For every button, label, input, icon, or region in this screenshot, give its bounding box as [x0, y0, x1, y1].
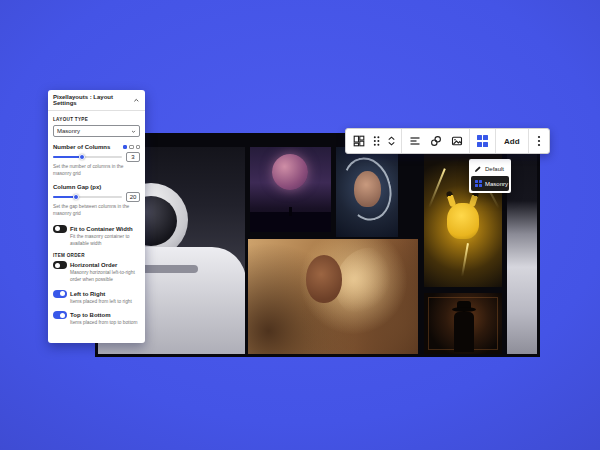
- masonry-grid-icon: [474, 180, 482, 188]
- gallery-image-space-helmet-woman[interactable]: [336, 147, 398, 237]
- chevron-up-icon: [133, 97, 140, 104]
- desktop-icon[interactable]: [123, 145, 128, 150]
- gallery-image-purple-planet[interactable]: [250, 147, 331, 232]
- toolbar-group-layout: [469, 129, 495, 153]
- lightning-shape: [428, 168, 446, 208]
- gallery-image-cowboy[interactable]: [424, 293, 502, 354]
- columns-value-input[interactable]: 3: [126, 152, 140, 162]
- masonry-block-icon[interactable]: [348, 130, 369, 152]
- fit-to-container-description: Fit the masonry container to available w…: [70, 234, 140, 247]
- gap-description: Set the gap between columns in the mason…: [53, 204, 140, 217]
- top-to-bottom-toggle[interactable]: [53, 311, 67, 319]
- alignment-icon[interactable]: [404, 130, 425, 152]
- block-toolbar: Add: [345, 128, 550, 154]
- layout-menu: Default Masonry: [469, 159, 511, 193]
- columns-slider[interactable]: [53, 153, 122, 161]
- fit-to-container-toggle[interactable]: [53, 225, 67, 233]
- add-button[interactable]: Add: [498, 130, 526, 152]
- layout-menu-item-label: Masonry: [485, 181, 508, 187]
- panel-body: LAYOUT TYPE Masonry Number of Columns 3 …: [48, 111, 145, 340]
- toolbar-group-more: [528, 129, 549, 153]
- slider-track: [53, 196, 122, 198]
- layout-menu-item-label: Default: [485, 166, 504, 172]
- layout-menu-item-default[interactable]: Default: [471, 161, 509, 176]
- responsive-device-icons: [123, 145, 141, 150]
- horizontal-order-description: Masonry horizontal left-to-right order w…: [70, 270, 140, 283]
- tablet-icon[interactable]: [129, 145, 134, 150]
- pikachu-body-shape: [447, 203, 479, 239]
- planet-figure-shape: [289, 207, 292, 216]
- layout-type-label: LAYOUT TYPE: [53, 117, 140, 122]
- number-of-columns-label: Number of Columns: [53, 144, 110, 150]
- fit-to-container-label: Fit to Container Width: [70, 226, 133, 232]
- link-icon[interactable]: [425, 130, 446, 152]
- slider-knob[interactable]: [73, 194, 79, 200]
- layout-type-value: Masonry: [57, 128, 80, 134]
- slider-track: [53, 156, 122, 158]
- cowboy-body-shape: [454, 312, 474, 352]
- toolbar-group-add: Add: [495, 129, 528, 153]
- slider-knob[interactable]: [79, 154, 85, 160]
- columns-description: Set the number of columns in the masonry…: [53, 164, 140, 177]
- mobile-icon[interactable]: [136, 145, 141, 150]
- left-to-right-description: Items placed from left to right: [70, 299, 140, 306]
- item-order-label: ITEM ORDER: [53, 253, 140, 258]
- gap-value-input[interactable]: 20: [126, 192, 140, 202]
- horizontal-order-toggle[interactable]: [53, 261, 67, 269]
- toolbar-group-format: [401, 129, 469, 153]
- chevron-down-icon: [131, 129, 136, 134]
- helmet-ring-shape: [336, 152, 398, 226]
- gallery-image-astronaut-right[interactable]: [507, 147, 537, 354]
- more-options-icon[interactable]: [531, 130, 547, 152]
- planet-shape: [272, 154, 308, 190]
- gap-slider[interactable]: [53, 193, 122, 201]
- layout-settings-panel: Pixellayouts : Layout Settings LAYOUT TY…: [48, 90, 145, 343]
- move-up-down-icon[interactable]: [384, 130, 399, 152]
- dust-head-shape: [306, 255, 342, 303]
- panel-title: Pixellayouts : Layout Settings: [53, 94, 133, 106]
- horizontal-order-label: Horizontal Order: [70, 262, 117, 268]
- left-to-right-toggle[interactable]: [53, 290, 67, 298]
- image-icon[interactable]: [446, 130, 467, 152]
- drag-handle-icon[interactable]: [369, 130, 384, 152]
- layout-type-select[interactable]: Masonry: [53, 125, 140, 137]
- column-gap-label: Column Gap (px): [53, 184, 101, 190]
- left-to-right-label: Left to Right: [70, 291, 105, 297]
- lightning-shape: [461, 243, 469, 277]
- gallery-image-dust-woman[interactable]: [248, 239, 418, 354]
- masonry-grid-icon[interactable]: [472, 130, 493, 152]
- panel-header[interactable]: Pixellayouts : Layout Settings: [48, 90, 145, 111]
- pencil-icon: [474, 165, 482, 173]
- layout-menu-item-masonry[interactable]: Masonry: [471, 176, 509, 191]
- top-to-bottom-description: Items placed from top to bottom: [70, 320, 140, 327]
- top-to-bottom-label: Top to Bottom: [70, 312, 111, 318]
- astronaut-strap-shape: [138, 265, 198, 273]
- toolbar-group-block: [346, 129, 401, 153]
- masonry-grid-glyph: [477, 135, 489, 147]
